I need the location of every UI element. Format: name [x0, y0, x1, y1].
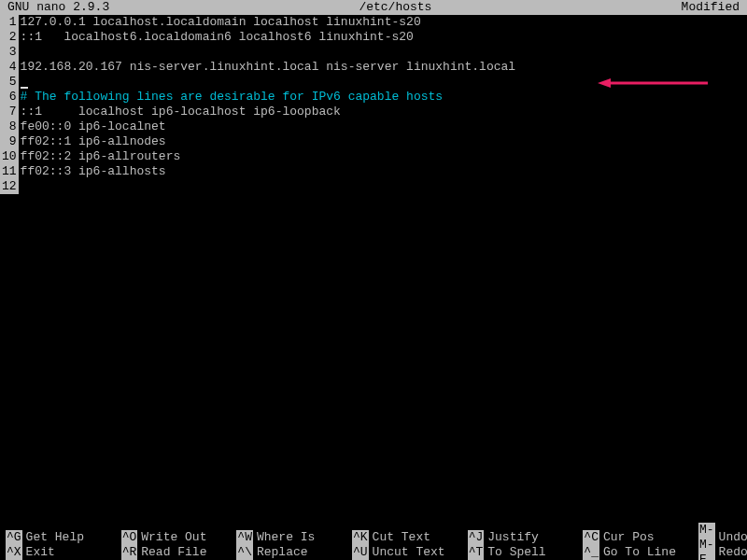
- file-line[interactable]: 127.0.0.1 localhost.localdomain localhos…: [21, 15, 747, 30]
- file-line[interactable]: 192.168.20.167 nis-server.linuxhint.loca…: [21, 60, 747, 75]
- file-content[interactable]: 127.0.0.1 localhost.localdomain localhos…: [19, 15, 747, 194]
- file-path: /etc/hosts: [109, 0, 681, 15]
- shortcut-item: ^_Go To Line: [577, 545, 693, 560]
- shortcut-key: ^O: [121, 530, 138, 545]
- line-number: 1: [0, 15, 19, 30]
- shortcut-key: ^W: [236, 530, 253, 545]
- shortcut-label: Redo: [719, 545, 747, 560]
- file-line[interactable]: ::1 localhost ip6-localhost ip6-loopback: [21, 105, 747, 119]
- file-line[interactable]: fe00::0 ip6-localnet: [21, 119, 747, 134]
- shortcut-key: ^R: [121, 545, 138, 560]
- shortcut-label: Cut Text: [373, 530, 430, 545]
- editor-name: GNU nano 2.9.3: [7, 0, 109, 15]
- line-number: 3: [0, 45, 19, 60]
- shortcut-item: ^JJustify: [462, 530, 578, 545]
- shortcut-key: ^C: [583, 530, 599, 545]
- shortcut-key: ^G: [6, 530, 22, 545]
- shortcut-key: ^X: [6, 545, 22, 560]
- shortcut-key: ^J: [468, 530, 485, 545]
- shortcut-item: ^OWrite Out: [116, 530, 232, 545]
- shortcut-label: Read File: [141, 545, 206, 560]
- shortcut-item: ^KCut Text: [346, 530, 462, 545]
- file-line[interactable]: ff02::1 ip6-allnodes: [21, 134, 747, 149]
- shortcut-bar: ^GGet Help^OWrite Out^WWhere Is^KCut Tex…: [0, 530, 747, 560]
- shortcut-item: ^WWhere Is: [231, 530, 346, 545]
- line-number-gutter: 123456789101112: [0, 15, 19, 194]
- text-cursor: [21, 87, 28, 89]
- shortcut-key: ^T: [468, 545, 485, 560]
- file-line[interactable]: ff02::3 ip6-allhosts: [21, 164, 747, 179]
- file-line[interactable]: ::1 localhost6.localdomain6 localhost6 l…: [21, 30, 747, 45]
- line-number: 5: [0, 75, 19, 90]
- file-line[interactable]: [21, 45, 747, 60]
- line-number: 2: [0, 30, 19, 45]
- shortcut-label: Get Help: [26, 530, 84, 545]
- shortcut-key: ^_: [583, 545, 599, 560]
- svg-marker-1: [598, 78, 611, 88]
- shortcut-label: Replace: [257, 545, 308, 560]
- line-number: 9: [0, 134, 19, 149]
- shortcut-item: ^\Replace: [231, 545, 346, 560]
- shortcut-item: M-ERedo: [693, 545, 747, 560]
- annotation-arrow-icon: [598, 76, 710, 91]
- line-number: 11: [0, 164, 19, 179]
- shortcut-key: ^U: [352, 545, 369, 560]
- shortcut-item: ^CCur Pos: [577, 530, 693, 545]
- shortcut-item: ^TTo Spell: [462, 545, 578, 560]
- shortcut-label: Cur Pos: [603, 530, 655, 545]
- shortcut-label: Where Is: [257, 530, 315, 545]
- shortcut-label: Undo: [719, 530, 747, 545]
- shortcut-label: To Spell: [487, 545, 545, 560]
- titlebar: GNU nano 2.9.3 /etc/hosts Modified: [0, 0, 747, 15]
- editor-area[interactable]: 123456789101112 127.0.0.1 localhost.loca…: [0, 15, 747, 194]
- modified-status: Modified: [682, 0, 740, 15]
- shortcut-key: M-E: [698, 538, 715, 560]
- line-number: 10: [0, 149, 19, 164]
- line-number: 7: [0, 105, 19, 119]
- file-line[interactable]: [21, 179, 747, 194]
- shortcut-item: ^GGet Help: [0, 530, 116, 545]
- shortcut-label: Write Out: [141, 530, 206, 545]
- shortcut-label: Go To Line: [603, 545, 676, 560]
- line-number: 6: [0, 90, 19, 105]
- line-number: 4: [0, 60, 19, 75]
- shortcut-item: ^UUncut Text: [346, 545, 462, 560]
- file-line[interactable]: # The following lines are desirable for …: [21, 90, 747, 105]
- shortcut-label: Uncut Text: [373, 545, 445, 560]
- shortcut-label: Justify: [487, 530, 539, 545]
- line-number: 8: [0, 119, 19, 134]
- shortcut-item: ^XExit: [0, 545, 116, 560]
- shortcut-key: ^K: [352, 530, 369, 545]
- shortcut-item: ^RRead File: [116, 545, 232, 560]
- shortcut-label: Exit: [26, 545, 55, 560]
- line-number: 12: [0, 179, 19, 194]
- shortcut-key: ^\: [236, 545, 253, 560]
- file-line[interactable]: ff02::2 ip6-allrouters: [21, 149, 747, 164]
